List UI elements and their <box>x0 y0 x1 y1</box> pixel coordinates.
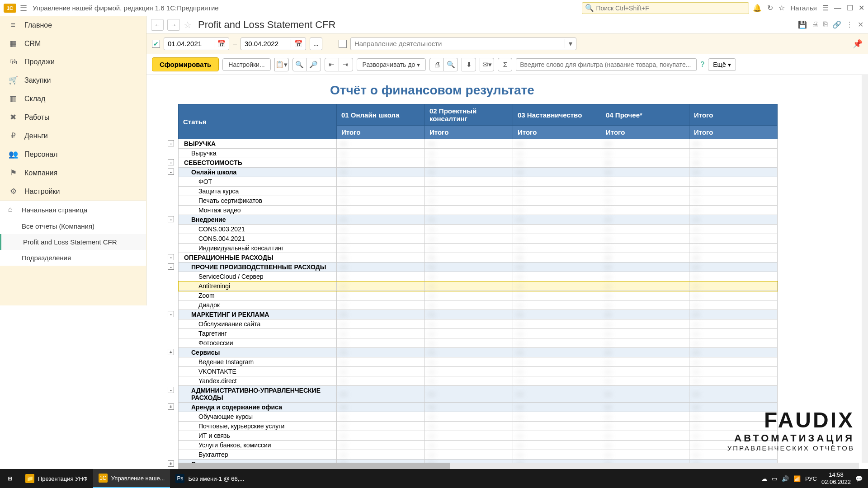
pin-icon[interactable]: 📌 <box>853 39 863 49</box>
taskbar-item[interactable]: 📁Презентация УНФ <box>20 469 93 488</box>
settings-icon[interactable]: ☰ <box>822 4 829 12</box>
table-row[interactable]: Ведение Instagram————— <box>179 357 778 367</box>
help-icon[interactable]: ? <box>700 61 704 69</box>
direction-field[interactable]: ▾ <box>350 38 576 50</box>
tree-toggle-icon[interactable]: + <box>168 349 174 355</box>
tree-toggle-icon[interactable]: + <box>168 460 174 467</box>
tree-toggle-icon[interactable]: - <box>168 169 174 175</box>
hamburger-icon[interactable]: ☰ <box>20 3 29 13</box>
sidebar-sub-item[interactable]: Подразделения <box>0 250 146 266</box>
download-icon[interactable]: ⬇ <box>462 58 476 71</box>
table-row[interactable]: -ОПЕРАЦИОННЫЕ РАСХОДЫ————— <box>179 253 778 263</box>
tree-toggle-icon[interactable]: + <box>168 404 174 410</box>
favorite-star-icon[interactable]: ☆ <box>184 19 192 30</box>
taskbar-item[interactable]: PsБез имени-1 @ 66,... <box>170 469 250 488</box>
tree-toggle-icon[interactable]: - <box>168 254 174 260</box>
save-icon[interactable]: 💾 <box>798 20 807 29</box>
chevron-down-icon[interactable]: ▾ <box>565 39 576 48</box>
table-row[interactable]: Yandex.direct————— <box>179 376 778 386</box>
period-more-button[interactable]: ... <box>310 38 322 50</box>
table-row[interactable]: Защита курса————— <box>179 187 778 196</box>
tree-toggle-icon[interactable]: - <box>168 263 174 270</box>
tray-notifications-icon[interactable]: 💬 <box>855 475 863 482</box>
settings-button[interactable]: Настройки... <box>222 58 270 71</box>
sidebar-sub-item[interactable]: Все отчеты (Компания) <box>0 218 146 234</box>
minimize-icon[interactable]: — <box>834 4 841 12</box>
tree-toggle-icon[interactable]: - <box>168 311 174 317</box>
table-row[interactable]: Обучающие курсы————— <box>179 412 778 422</box>
direction-input[interactable] <box>351 40 565 47</box>
tray-clock[interactable]: 14:58 02.06.2022 <box>821 471 851 485</box>
variant-icon[interactable]: 📋▾ <box>274 58 289 71</box>
maximize-icon[interactable]: ☐ <box>847 4 853 12</box>
date-from-field[interactable]: 📅 <box>164 38 229 50</box>
column-header[interactable]: 03 Наставничество <box>513 104 601 126</box>
table-row[interactable]: Печать сертификатов————— <box>179 196 778 206</box>
date-to-field[interactable]: 📅 <box>241 38 306 50</box>
bell-icon[interactable]: 🔔 <box>753 4 762 12</box>
global-search[interactable]: 🔍 <box>582 2 749 14</box>
date-from-input[interactable] <box>164 40 214 47</box>
sidebar-sub-item[interactable]: ⌂Начальная страница <box>0 201 146 218</box>
table-row[interactable]: Услуги банков, комиссии————— <box>179 441 778 450</box>
table-row[interactable]: Монтаж видео————— <box>179 206 778 215</box>
column-header[interactable]: Статья <box>179 104 337 139</box>
system-tray[interactable]: ☁ ▭ 🔊 📶 РУС 14:58 02.06.2022 💬 <box>756 471 868 485</box>
collapse-icon[interactable]: ⇤ <box>325 58 339 71</box>
link-icon[interactable]: 🔗 <box>832 20 841 29</box>
export-icon[interactable]: ⎘ <box>823 20 828 29</box>
tree-toggle-icon[interactable]: - <box>168 216 174 222</box>
print-icon[interactable]: 🖨 <box>811 20 819 29</box>
tray-cloud-icon[interactable]: ☁ <box>761 475 767 482</box>
column-header[interactable]: 04 Прочее* <box>601 104 689 126</box>
direction-checkbox[interactable] <box>339 40 347 48</box>
sidebar-item[interactable]: 🛍Продажи <box>0 53 146 71</box>
taskbar-item[interactable]: 1CУправление наше... <box>93 469 170 488</box>
table-row[interactable]: Выручка————— <box>179 149 778 158</box>
column-header[interactable]: Итого <box>689 104 778 126</box>
period-checkbox[interactable]: ✔ <box>152 40 160 48</box>
table-row[interactable]: Почтовые, курьерские услуги————— <box>179 422 778 431</box>
table-row[interactable]: CONS.003.2021————— <box>179 225 778 234</box>
star-icon[interactable]: ☆ <box>778 4 785 12</box>
tree-toggle-icon[interactable]: - <box>168 387 174 393</box>
table-row[interactable]: +Сервисы————— <box>179 348 778 357</box>
sidebar-item[interactable]: ⚑Компания <box>0 164 146 182</box>
preview-button[interactable]: 🔍 <box>443 58 458 71</box>
table-row[interactable]: Диадок————— <box>179 300 778 310</box>
zoom-in-icon[interactable]: 🔍 <box>292 58 307 71</box>
close-icon[interactable]: ✕ <box>859 4 864 12</box>
username[interactable]: Наталья <box>790 4 817 12</box>
table-row[interactable]: ФОТ————— <box>179 177 778 187</box>
expand-icon[interactable]: ⇥ <box>339 58 353 71</box>
sidebar-item[interactable]: ▥Склад <box>0 89 146 108</box>
table-row[interactable]: -СЕБЕСТОИМОСТЬ————— <box>179 158 778 168</box>
table-row[interactable]: -АДМИНИСТРАТИВНО-УПРАВЛЕНЧЕСКИЕ РАСХОДЫ—… <box>179 386 778 403</box>
sigma-icon[interactable]: Σ <box>498 58 512 71</box>
zoom-reset-icon[interactable]: 🔎 <box>307 58 321 71</box>
tray-display-icon[interactable]: ▭ <box>772 475 777 482</box>
calendar-icon[interactable]: 📅 <box>214 39 229 48</box>
table-row[interactable]: Таргетинг————— <box>179 329 778 338</box>
table-row[interactable]: +Аренда и содержание офиса————— <box>179 403 778 412</box>
sidebar-sub-item[interactable]: Profit and Loss Statement CFR <box>0 234 146 250</box>
sidebar-item[interactable]: ▦CRM <box>0 34 146 53</box>
table-row[interactable]: -Онлайн школа————— <box>179 168 778 177</box>
mail-icon[interactable]: ✉▾ <box>480 58 494 71</box>
date-to-input[interactable] <box>241 40 291 47</box>
table-row[interactable]: -Внедрение————— <box>179 215 778 225</box>
table-row[interactable]: ServiceCloud / Сервер————— <box>179 272 778 282</box>
close-tab-icon[interactable]: ✕ <box>858 20 863 29</box>
menu-dots-icon[interactable]: ⋮ <box>846 20 853 29</box>
calendar-icon[interactable]: 📅 <box>291 39 306 48</box>
table-row[interactable]: Фотосессии————— <box>179 338 778 348</box>
horizontal-scrollbar[interactable] <box>178 463 859 469</box>
search-input[interactable] <box>596 5 746 12</box>
table-row[interactable]: -МАРКЕТИНГ И РЕКЛАМА————— <box>179 310 778 319</box>
table-row[interactable]: -ПРОЧИЕ ПРОИЗВОДСТВЕННЫЕ РАСХОДЫ————— <box>179 263 778 272</box>
generate-button[interactable]: Сформировать <box>152 57 219 71</box>
column-header[interactable]: 01 Онлайн школа <box>337 104 425 126</box>
nav-back-button[interactable]: ← <box>151 19 164 31</box>
tray-lang[interactable]: РУС <box>805 475 817 482</box>
sidebar-item[interactable]: ≡Главное <box>0 16 146 34</box>
